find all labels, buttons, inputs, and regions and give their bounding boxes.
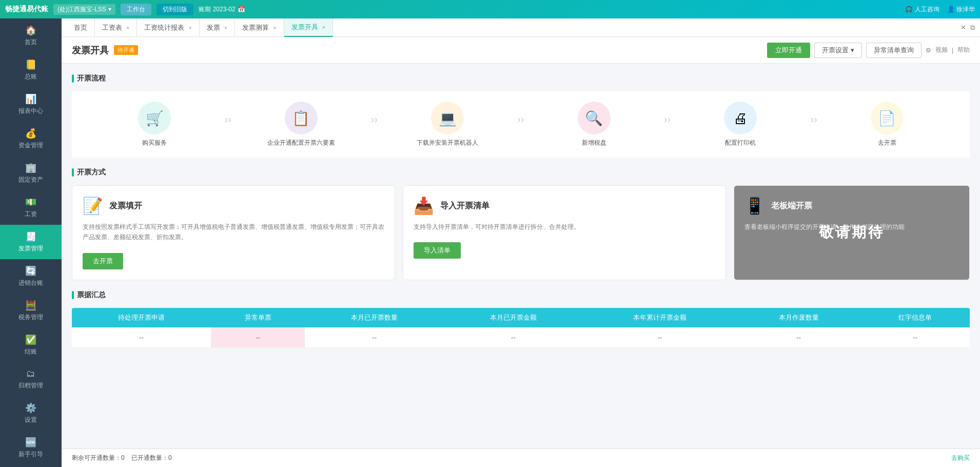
step-icon-download: 💻 (431, 102, 464, 134)
sidebar-item-label: 报表中心 (18, 107, 43, 115)
tab-salary-stats[interactable]: 工资统计报表 × (137, 18, 199, 37)
tab-invoice-open[interactable]: 发票开具 × (284, 18, 333, 37)
go-invoice-button[interactable]: 去开票 (83, 253, 123, 269)
assets-icon: 🏢 (25, 162, 36, 173)
sidebar-item-settings[interactable]: ⚙️ 设置 (0, 396, 62, 431)
restore-window-icon[interactable]: ⧉ (970, 24, 975, 32)
sidebar-item-funds[interactable]: 💰 资金管理 (0, 122, 62, 156)
headset-icon: 🎧 (905, 6, 913, 13)
video-label[interactable]: 视频 (935, 46, 948, 54)
sidebar-item-assets[interactable]: 🏢 固定资产 (0, 156, 62, 190)
main-content: 开票流程 🛒 购买服务 ›› 📋 企业开通配置开票六要素 ›› 💻 下载并安装 (62, 64, 980, 449)
tax-icon: 🧮 (25, 300, 36, 311)
help-label[interactable]: 帮助 (957, 46, 970, 54)
sidebar-item-archive[interactable]: 🗂 归档管理 (0, 362, 62, 396)
reports-icon: 📊 (25, 93, 36, 105)
sidebar-item-label: 固定资产 (18, 176, 43, 184)
import-list-button[interactable]: 导入清单 (414, 242, 461, 259)
method-fill-title: 发票填开 (109, 201, 142, 211)
abnormal-query-button[interactable]: 异常清单查询 (866, 43, 922, 58)
page-title: 发票开具 (72, 44, 109, 56)
close-window-icon[interactable]: ✕ (961, 24, 966, 31)
step-printer: 🖨 配置打印机 (673, 102, 808, 147)
opened-label: 已开通数量：0 (131, 454, 172, 461)
step-download: 💻 下载并安装开票机器人 (380, 102, 515, 147)
switch-version-button[interactable]: 切到旧版 (156, 4, 193, 15)
username: 徐泽华 (956, 6, 975, 13)
sidebar-item-label: 工资 (25, 210, 37, 219)
footer-left: 剩余可开通数量：0 已开通数量：0 (72, 454, 172, 462)
sidebar-item-ledger[interactable]: 📒 总账 (0, 53, 62, 87)
workbench-button[interactable]: 工作台 (121, 4, 151, 15)
summary-table: 待处理开票申请 异常单票 本月已开票数量 本月已开票金额 本年累计开票金额 本月… (72, 308, 970, 348)
open-settings-button[interactable]: 开票设置 ▾ (814, 43, 862, 58)
home-icon: 🏠 (25, 25, 36, 36)
method-card-import: 📥 导入开票清单 支持导入待开票清单，可对待开票清单进行拆分、合并处理。 导入清… (403, 185, 726, 280)
step-label-buy: 购买服务 (142, 139, 167, 147)
sidebar-item-settlement[interactable]: ✅ 结账 (0, 328, 62, 362)
sidebar-item-label: 首页 (25, 38, 37, 47)
sidebar-item-vip[interactable]: 👑 畅会员 (0, 465, 62, 467)
sidebar-item-label: 结账 (25, 347, 37, 356)
cell-void-count: -- (737, 327, 861, 348)
tab-close-icon[interactable]: × (273, 25, 276, 31)
sidebar-item-tax[interactable]: 🧮 税务管理 (0, 294, 62, 328)
step-label-printer: 配置打印机 (725, 139, 756, 147)
immediate-open-button[interactable]: 立即开通 (767, 43, 810, 58)
tab-invoice-calc[interactable]: 发票测算 × (235, 18, 284, 37)
step-open-invoice: 📄 去开票 (820, 102, 954, 147)
sidebar-item-purchase-sales[interactable]: 🔄 进销台账 (0, 259, 62, 294)
method-boss-title: 老板端开票 (771, 201, 812, 211)
tab-close-icon[interactable]: × (224, 25, 227, 31)
cell-year-amount: -- (583, 327, 737, 348)
tab-close-icon[interactable]: × (188, 25, 191, 31)
fill-icon: 📝 (83, 196, 103, 216)
content-area: 首页 工资表 × 工资统计报表 × 发票 × 发票测算 × 发票开具 × (62, 18, 980, 467)
step-arrow-4: ›› (661, 113, 673, 125)
step-buy-service: 🛒 购买服务 (87, 102, 222, 147)
sidebar-item-guide[interactable]: 🆕 新手引导 (0, 431, 62, 465)
method-section: 开票方式 📝 发票填开 支持按照发票样式手工填写开发票；可开具增值税电子普通发票… (72, 168, 970, 280)
sidebar-item-home[interactable]: 🏠 首页 (0, 18, 62, 53)
company-selector[interactable]: (处)江西服宝-LSS ▾ (53, 4, 115, 15)
step-arrow-5: ›› (808, 113, 819, 125)
sidebar-item-salary[interactable]: 💵 工资 (0, 190, 62, 225)
page-header: 发票开具 待开通 立即开通 开票设置 ▾ 异常清单查询 ⚙ 视频 | 帮助 (62, 37, 980, 64)
user-profile[interactable]: 👤 徐泽华 (947, 5, 975, 14)
cell-abnormal: -- (211, 327, 305, 348)
step-icon-config: 📋 (285, 102, 318, 134)
step-arrow-2: ›› (368, 113, 380, 125)
method-boss-header: 📱 老板端开票 (744, 196, 959, 216)
buy-link[interactable]: 去购买 (951, 454, 970, 462)
sidebar-item-reports[interactable]: 📊 报表中心 (0, 87, 62, 122)
sidebar-item-label: 税务管理 (18, 313, 43, 322)
step-arrow-1: ›› (222, 113, 233, 125)
step-label-download: 下载并安装开票机器人 (417, 139, 478, 147)
summary-header-row: 待处理开票申请 异常单票 本月已开票数量 本月已开票金额 本年累计开票金额 本月… (72, 308, 970, 327)
tab-invoice[interactable]: 发票 × (200, 18, 235, 37)
calendar-icon[interactable]: 📅 (238, 6, 245, 13)
footer-bar: 剩余可开通数量：0 已开通数量：0 去购买 (62, 449, 980, 467)
col-pending: 待处理开票申请 (72, 308, 211, 327)
invoice-icon: 🧾 (25, 231, 36, 242)
import-icon: 📥 (414, 196, 434, 216)
method-fill-desc: 支持按照发票样式手工填写开发票；可开具增值税电子普通发票、增值税普通发票、增值税… (83, 222, 384, 243)
sidebar-item-invoice[interactable]: 🧾 发票管理 (0, 225, 62, 259)
tab-home[interactable]: 首页 (67, 18, 95, 37)
tab-close-icon[interactable]: × (322, 24, 325, 30)
archive-icon: 🗂 (26, 368, 35, 379)
page-header-actions: 立即开通 开票设置 ▾ 异常清单查询 ⚙ 视频 | 帮助 (767, 43, 970, 58)
summary-section: 票据汇总 待处理开票申请 异常单票 本月已开票数量 本月已开票金额 本年累计开票… (72, 290, 970, 348)
divider: | (952, 47, 953, 54)
guide-icon: 🆕 (25, 437, 36, 448)
coming-soon-text: 敬请期待 (819, 223, 885, 242)
ledger-icon: 📒 (25, 59, 36, 70)
tab-salary[interactable]: 工资表 × (95, 18, 137, 37)
customer-service[interactable]: 🎧 人工咨询 (905, 5, 939, 14)
settings-icon: ⚙️ (25, 402, 36, 414)
summary-section-title: 票据汇总 (72, 290, 970, 300)
salary-icon: 💵 (25, 197, 36, 208)
tab-close-icon[interactable]: × (126, 25, 129, 31)
sidebar-item-label: 设置 (25, 416, 37, 424)
cell-pending: -- (72, 327, 211, 348)
